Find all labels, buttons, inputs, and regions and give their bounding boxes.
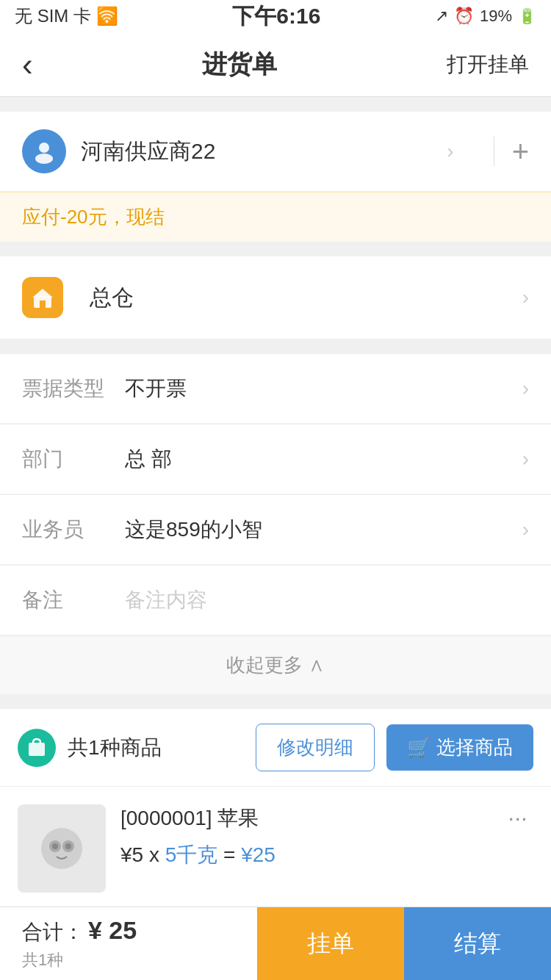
collapse-bar[interactable]: 收起更多 ∧ xyxy=(0,635,551,694)
status-bar: 无 SIM 卡 🛜 下午6:16 ↗ ⏰ 19% 🔋 xyxy=(0,0,551,32)
invoice-type-row[interactable]: 票据类型 不开票 › xyxy=(0,354,551,424)
add-supplier-button[interactable]: + xyxy=(512,137,529,166)
price-equals: = xyxy=(223,843,235,866)
remark-label: 备注 xyxy=(22,586,110,614)
gap-2 xyxy=(0,242,551,256)
svg-point-10 xyxy=(65,843,71,849)
invoice-type-value: 不开票 xyxy=(110,375,522,403)
status-right: ↗ ⏰ 19% 🔋 xyxy=(435,7,536,26)
page-title: 进货单 xyxy=(202,48,277,82)
supplier-section: 河南供应商22 › + 应付-20元，现结 xyxy=(0,112,551,242)
warehouse-chevron-icon: › xyxy=(522,286,529,309)
supplier-row[interactable]: 河南供应商22 › + xyxy=(0,112,551,192)
supplier-name: 河南供应商22 xyxy=(81,137,447,167)
alarm-icon: ⏰ xyxy=(454,7,474,26)
select-product-button[interactable]: 🛒 选择商品 xyxy=(386,724,533,771)
department-label: 部门 xyxy=(22,445,110,473)
svg-rect-5 xyxy=(29,743,45,756)
department-value: 总 部 xyxy=(110,445,522,473)
salesman-value: 这是859的小智 xyxy=(110,516,522,544)
edit-detail-button[interactable]: 修改明细 xyxy=(256,724,375,771)
department-row[interactable]: 部门 总 部 › xyxy=(0,424,551,494)
svg-point-6 xyxy=(41,828,82,869)
summary-count: 共1种 xyxy=(22,949,257,971)
supplier-chevron-icon: › xyxy=(447,140,453,163)
open-pending-button[interactable]: 打开挂单 xyxy=(447,51,529,79)
svg-rect-4 xyxy=(40,300,46,308)
salesman-chevron-icon: › xyxy=(522,518,529,541)
gap-1 xyxy=(0,97,551,112)
gap-3 xyxy=(0,339,551,354)
products-header: 共1种商品 修改明细 🛒 选择商品 xyxy=(0,709,551,787)
price-unit: ¥5 xyxy=(120,843,143,866)
bottom-bar: 合计： ¥ 25 共1种 挂单 结算 xyxy=(0,907,551,980)
product-price: ¥5 x 5千克 = ¥25 xyxy=(120,841,502,869)
warehouse-name: 总仓 xyxy=(78,283,522,313)
svg-marker-3 xyxy=(32,289,53,298)
gap-4 xyxy=(0,694,551,709)
price-multiply: x xyxy=(149,843,159,866)
salesman-label: 业务员 xyxy=(22,516,110,544)
settle-button[interactable]: 结算 xyxy=(404,907,551,981)
battery-status: 19% xyxy=(480,7,512,26)
remark-input[interactable]: 备注内容 xyxy=(110,586,529,614)
invoice-chevron-icon: › xyxy=(522,377,529,400)
summary-info: 合计： ¥ 25 共1种 xyxy=(0,916,257,971)
back-button[interactable]: ‹ xyxy=(22,46,33,83)
location-icon: ↗ xyxy=(435,7,448,26)
remark-row[interactable]: 备注 备注内容 xyxy=(0,565,551,635)
collapse-label: 收起更多 ∧ xyxy=(226,654,324,676)
invoice-type-label: 票据类型 xyxy=(22,375,110,403)
pending-button[interactable]: 挂单 xyxy=(257,907,404,981)
department-chevron-icon: › xyxy=(522,447,529,471)
status-left: 无 SIM 卡 🛜 xyxy=(15,4,118,28)
warehouse-icon-bg xyxy=(22,277,63,318)
product-title: 苹果 xyxy=(217,807,259,829)
product-code: [0000001] xyxy=(120,807,212,829)
svg-point-0 xyxy=(39,143,49,153)
product-item: [0000001] 苹果 ¥5 x 5千克 = ¥25 ··· xyxy=(0,787,551,911)
total-amount: ¥ 25 xyxy=(88,916,137,945)
svg-point-9 xyxy=(52,843,58,849)
select-product-icon: 🛒 xyxy=(407,736,431,759)
supplier-divider xyxy=(494,137,494,166)
warehouse-row[interactable]: 总仓 › xyxy=(0,256,551,339)
product-more-button[interactable]: ··· xyxy=(502,804,533,832)
price-total: ¥25 xyxy=(241,843,276,866)
supplier-avatar xyxy=(22,129,66,173)
svg-point-1 xyxy=(35,154,53,164)
total-label: 合计： xyxy=(22,918,84,946)
salesman-row[interactable]: 业务员 这是859的小智 › xyxy=(0,494,551,565)
sim-status: 无 SIM 卡 🛜 xyxy=(15,4,118,28)
notice-bar: 应付-20元，现结 xyxy=(0,192,551,242)
select-product-label: 选择商品 xyxy=(436,735,513,760)
products-icon xyxy=(18,729,56,767)
nav-bar: ‹ 进货单 打开挂单 xyxy=(0,32,551,97)
product-name: [0000001] 苹果 xyxy=(120,804,502,832)
price-quantity: 5千克 xyxy=(165,843,218,866)
product-count-text: 共1种商品 xyxy=(68,734,244,762)
summary-total: 合计： ¥ 25 xyxy=(22,916,257,946)
status-time: 下午6:16 xyxy=(232,1,320,32)
battery-icon: 🔋 xyxy=(518,7,536,25)
product-info: [0000001] 苹果 ¥5 x 5千克 = ¥25 xyxy=(120,804,502,869)
product-thumbnail xyxy=(18,804,106,893)
